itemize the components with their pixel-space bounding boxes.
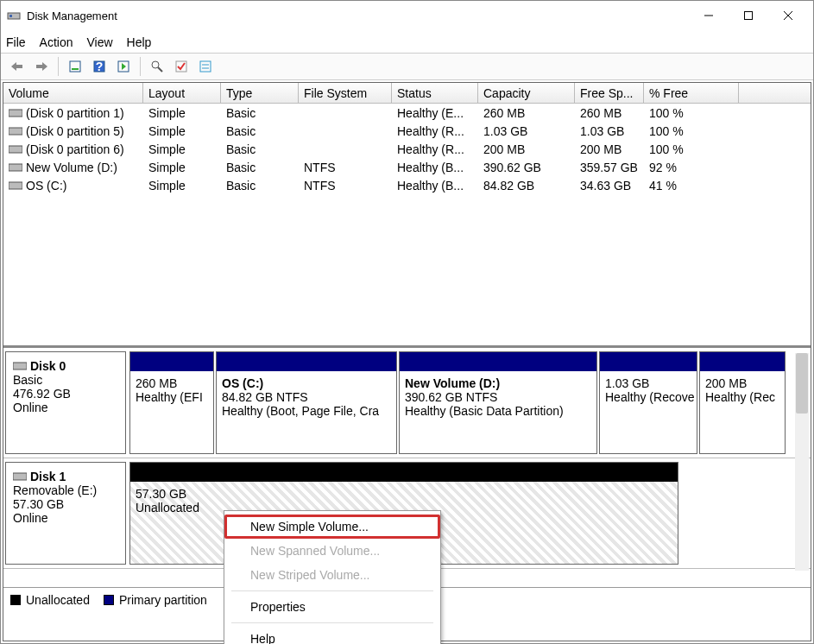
- cell-type: Basic: [221, 124, 299, 138]
- close-button[interactable]: [768, 3, 808, 28]
- tool-settings-icon[interactable]: [194, 55, 217, 78]
- menu-help[interactable]: Help: [127, 35, 152, 49]
- col-layout[interactable]: Layout: [143, 83, 221, 103]
- table-row[interactable]: (Disk 0 partition 5)SimpleBasicHealthy (…: [3, 122, 811, 140]
- menubar: File Action View Help: [1, 30, 813, 53]
- cell-pct: 100 %: [644, 106, 739, 120]
- cell-volume: New Volume (D:): [26, 161, 117, 174]
- cell-free: 200 MB: [575, 142, 644, 156]
- menu-view[interactable]: View: [86, 35, 112, 49]
- context-properties[interactable]: Properties: [224, 595, 440, 619]
- cell-free: 359.57 GB: [575, 161, 644, 174]
- col-capacity[interactable]: Capacity: [478, 83, 575, 103]
- context-help[interactable]: Help: [224, 627, 440, 644]
- partition-size: 390.62 GB NTFS: [405, 390, 591, 404]
- legend-swatch-primary: [104, 595, 114, 605]
- context-separator: [231, 622, 433, 623]
- tool-properties-icon[interactable]: [146, 55, 168, 78]
- svg-rect-3: [745, 12, 753, 20]
- partition-header: [217, 352, 396, 371]
- volume-list[interactable]: (Disk 0 partition 1)SimpleBasicHealthy (…: [3, 104, 811, 345]
- partition-header: [600, 352, 697, 371]
- volume-icon: [9, 180, 22, 191]
- svg-point-13: [152, 61, 159, 68]
- cell-volume: (Disk 0 partition 1): [26, 106, 124, 120]
- tool-list-icon[interactable]: [112, 55, 135, 78]
- tool-refresh-icon[interactable]: [64, 55, 86, 78]
- volume-icon: [9, 108, 22, 118]
- partition-status: Healthy (Rec: [705, 390, 779, 404]
- table-row[interactable]: (Disk 0 partition 1)SimpleBasicHealthy (…: [3, 104, 811, 122]
- table-row[interactable]: New Volume (D:)SimpleBasicNTFSHealthy (B…: [3, 158, 811, 176]
- col-fs[interactable]: File System: [299, 83, 392, 103]
- disk1-size: 57.30 GB: [13, 497, 118, 511]
- cell-layout: Simple: [143, 106, 221, 120]
- disk0-info[interactable]: Disk 0 Basic 476.92 GB Online: [5, 351, 126, 454]
- cell-capacity: 390.62 GB: [478, 161, 575, 174]
- toolbar: ?: [1, 53, 813, 80]
- back-button[interactable]: [6, 55, 28, 78]
- cell-fs: NTFS: [299, 161, 392, 174]
- partition-status: Healthy (EFI: [136, 390, 208, 404]
- disk1-name: Disk 1: [30, 470, 66, 483]
- context-menu: New Simple Volume... New Spanned Volume.…: [224, 510, 441, 644]
- partition-header: [130, 463, 678, 482]
- cell-status: Healthy (B...: [392, 161, 478, 174]
- partition-size: 200 MB: [705, 376, 779, 390]
- cell-layout: Simple: [143, 161, 221, 174]
- partition[interactable]: 260 MBHealthy (EFI: [129, 351, 214, 454]
- context-new-striped-volume: New Striped Volume...: [224, 563, 440, 587]
- partition[interactable]: 1.03 GBHealthy (Recove: [599, 351, 697, 454]
- disk0-row: Disk 0 Basic 476.92 GB Online 260 MBHeal…: [3, 348, 811, 458]
- tool-check-icon[interactable]: [170, 55, 192, 78]
- disk0-state: Online: [13, 401, 118, 414]
- svg-line-14: [158, 67, 162, 72]
- col-pct[interactable]: % Free: [644, 83, 739, 103]
- partition[interactable]: New Volume (D:)390.62 GB NTFSHealthy (Ba…: [399, 351, 597, 454]
- cell-type: Basic: [221, 106, 299, 120]
- partition-size: 260 MB: [136, 376, 208, 390]
- svg-rect-7: [36, 65, 42, 68]
- context-new-simple-volume[interactable]: New Simple Volume...: [224, 515, 440, 539]
- legend-swatch-unallocated: [10, 595, 21, 605]
- scroll-thumb[interactable]: [796, 353, 808, 414]
- col-volume[interactable]: Volume: [3, 83, 143, 103]
- cell-pct: 100 %: [644, 124, 739, 138]
- tool-help-icon[interactable]: ?: [88, 55, 110, 78]
- col-status[interactable]: Status: [392, 83, 478, 103]
- cell-volume: (Disk 0 partition 6): [26, 142, 124, 156]
- titlebar: Disk Management: [1, 1, 813, 30]
- volume-icon: [9, 144, 22, 155]
- svg-rect-22: [9, 164, 22, 171]
- maximize-button[interactable]: [729, 3, 768, 28]
- partition-header: [400, 352, 596, 371]
- legend-label-unallocated: Unallocated: [26, 593, 90, 607]
- cell-volume: (Disk 0 partition 5): [26, 124, 124, 138]
- partition-status: Healthy (Recove: [605, 390, 691, 404]
- menu-file[interactable]: File: [6, 35, 26, 49]
- svg-rect-6: [16, 65, 22, 68]
- legend-label-primary: Primary partition: [119, 593, 207, 607]
- partition[interactable]: OS (C:)84.82 GB NTFSHealthy (Boot, Page …: [216, 351, 397, 454]
- disk1-state: Online: [13, 511, 118, 525]
- table-row[interactable]: (Disk 0 partition 6)SimpleBasicHealthy (…: [3, 140, 811, 158]
- menu-action[interactable]: Action: [40, 35, 73, 49]
- col-type[interactable]: Type: [221, 83, 299, 103]
- disk1-type: Removable (E:): [13, 483, 118, 497]
- cell-capacity: 1.03 GB: [478, 124, 575, 138]
- minimize-button[interactable]: [689, 3, 729, 28]
- partition-header: [700, 352, 785, 371]
- partition-name: New Volume (D:): [405, 376, 591, 390]
- disk1-info[interactable]: Disk 1 Removable (E:) 57.30 GB Online: [5, 462, 126, 565]
- cell-type: Basic: [221, 179, 299, 193]
- svg-text:?: ?: [96, 60, 104, 73]
- disk0-partitions: 260 MBHealthy (EFIOS (C:)84.82 GB NTFSHe…: [129, 351, 809, 454]
- scrollbar[interactable]: [795, 353, 809, 571]
- volume-icon: [9, 162, 22, 173]
- col-free[interactable]: Free Sp...: [575, 83, 644, 103]
- partition[interactable]: 200 MBHealthy (Rec: [699, 351, 786, 454]
- table-row[interactable]: OS (C:)SimpleBasicNTFSHealthy (B...84.82…: [3, 176, 811, 194]
- volume-icon: [9, 126, 22, 136]
- forward-button[interactable]: [30, 55, 53, 78]
- svg-rect-24: [13, 363, 27, 369]
